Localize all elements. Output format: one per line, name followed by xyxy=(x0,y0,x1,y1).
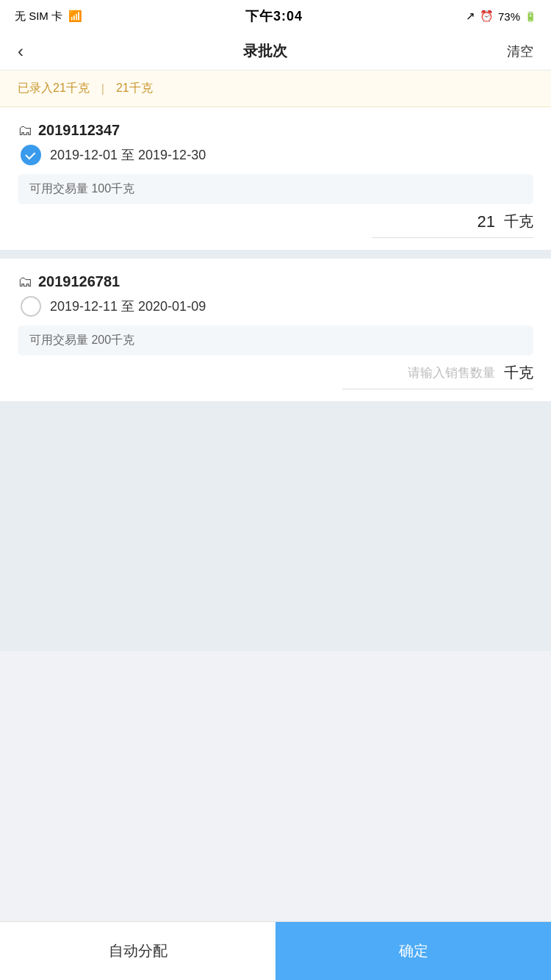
batch-1-input-row: 千克 xyxy=(18,212,533,237)
batch-2-divider xyxy=(342,389,533,389)
batch-2-date: 2019-12-11 至 2020-01-09 xyxy=(50,298,206,315)
batch-1-date: 2019-12-01 至 2019-12-30 xyxy=(50,146,206,164)
batch-2-input-wrapper: 请输入销售数量 千克 xyxy=(0,356,551,401)
location-icon: ↗ xyxy=(466,10,475,23)
status-time: 下午3:04 xyxy=(245,7,303,25)
section-divider xyxy=(0,250,551,259)
batch-1-qty-input[interactable] xyxy=(451,212,495,231)
recorded-label: 已录入21千克 xyxy=(18,81,90,96)
clear-button[interactable]: 清空 xyxy=(507,43,533,60)
batch-2-unit: 千克 xyxy=(504,363,533,383)
status-bar: 无 SIM 卡 📶 下午3:04 ↗ ⏰ 73% 🔋 xyxy=(0,0,551,32)
batch-2-input-row: 请输入销售数量 千克 xyxy=(18,363,533,389)
batch-1-avail: 可用交易量 100千克 xyxy=(18,174,533,204)
batch-2-row: 2019-12-11 至 2020-01-09 xyxy=(18,296,533,317)
batch-item-2: 🗂 2019126781 2019-12-11 至 2020-01-09 可用交… xyxy=(0,259,551,356)
banner-divider: | xyxy=(101,82,104,96)
auto-distribute-button[interactable]: 自动分配 xyxy=(0,922,276,980)
batch-1-row: 2019-12-01 至 2019-12-30 xyxy=(18,145,533,165)
wifi-icon: 📶 xyxy=(68,10,82,23)
batch-2-avail: 可用交易量 200千克 xyxy=(18,325,533,356)
empty-area xyxy=(0,401,551,651)
batch-2-placeholder: 请输入销售数量 xyxy=(408,364,495,381)
bottom-bar: 自动分配 确定 xyxy=(0,921,551,980)
status-left: 无 SIM 卡 📶 xyxy=(15,10,82,24)
batch-1-radio[interactable] xyxy=(21,145,41,165)
back-button[interactable]: ‹ xyxy=(18,41,24,62)
alarm-icon: ⏰ xyxy=(480,10,494,23)
banner-value: 21千克 xyxy=(116,81,153,96)
batch-1-input-wrapper: 千克 xyxy=(0,204,551,250)
battery-text: 73% xyxy=(498,10,520,23)
batch-2-number: 2019126781 xyxy=(38,273,120,290)
page-title: 录批次 xyxy=(243,41,287,61)
batch-2-header: 🗂 2019126781 xyxy=(18,273,533,290)
status-right: ↗ ⏰ 73% 🔋 xyxy=(466,10,536,23)
batch-1-divider xyxy=(372,237,533,238)
batch-1-icon: 🗂 xyxy=(18,122,32,139)
sim-text: 无 SIM 卡 xyxy=(15,10,62,24)
confirm-button[interactable]: 确定 xyxy=(276,922,551,980)
batch-1-unit: 千克 xyxy=(504,212,533,231)
info-banner: 已录入21千克 | 21千克 xyxy=(0,71,551,107)
nav-bar: ‹ 录批次 清空 xyxy=(0,32,551,71)
battery-icon: 🔋 xyxy=(525,11,536,22)
batch-2-icon: 🗂 xyxy=(18,273,32,290)
batch-2-radio[interactable] xyxy=(21,296,41,317)
batch-1-number: 2019112347 xyxy=(38,122,120,139)
batch-item-1: 🗂 2019112347 2019-12-01 至 2019-12-30 可用交… xyxy=(0,107,551,204)
batch-1-header: 🗂 2019112347 xyxy=(18,122,533,139)
